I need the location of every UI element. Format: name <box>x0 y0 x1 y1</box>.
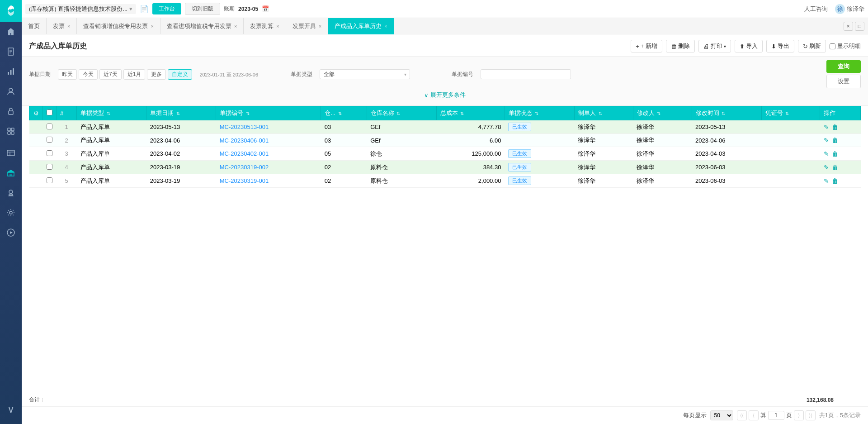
delete-row-button-1[interactable]: 🗑 <box>832 137 838 144</box>
sidebar-item-stamp[interactable] <box>0 183 22 203</box>
th-status[interactable]: 单据状态 ⇅ <box>505 106 574 120</box>
th-number[interactable]: 单据编号 ⇅ <box>216 106 321 120</box>
print-button[interactable]: 🖨 打印 ▾ <box>698 40 731 52</box>
help-button[interactable]: 人工咨询 <box>804 5 828 13</box>
company-selector[interactable]: (库存核算) 直播轻捷通信息技术股份... ▾ <box>25 4 136 14</box>
row-number-link-4[interactable]: MC-20230319-001 <box>220 177 269 184</box>
tab-calc-close[interactable]: × <box>276 24 279 29</box>
page-number-input[interactable] <box>768 411 784 420</box>
set-button[interactable]: 设置 <box>826 75 861 88</box>
td-checkbox-2[interactable] <box>43 147 57 161</box>
tab-check-sales[interactable]: 查看销项增值税专用发票 × <box>77 18 160 34</box>
sidebar-item-table[interactable] <box>0 143 22 163</box>
refresh-button[interactable]: ↻ 刷新 <box>798 40 826 52</box>
sidebar-item-chart[interactable] <box>0 62 22 81</box>
td-checkbox-3[interactable] <box>43 161 57 174</box>
th-modify-time[interactable]: 修改时间 ⇅ <box>692 106 761 120</box>
number-input[interactable] <box>481 69 571 79</box>
expand-more-btn[interactable]: ∨ 展开更多条件 <box>424 91 466 99</box>
page-last-button[interactable]: ⟩⟩ <box>806 410 816 420</box>
edit-button-2[interactable]: ✎ <box>824 150 829 157</box>
calendar-icon[interactable]: 📅 <box>262 5 269 12</box>
tab-history[interactable]: 产成品入库单历史 × <box>328 18 394 34</box>
tab-home[interactable]: 首页 <box>22 18 47 34</box>
th-settings[interactable]: ⚙ <box>29 106 43 120</box>
query-button[interactable]: 查询 <box>826 60 861 73</box>
sidebar-item-accounts[interactable] <box>0 81 22 101</box>
expand-tab-button[interactable]: □ <box>855 22 864 31</box>
sidebar-item-docs[interactable] <box>0 42 22 62</box>
date-btn-today[interactable]: 今天 <box>79 69 98 80</box>
td-checkbox-4[interactable] <box>43 174 57 188</box>
td-number-2[interactable]: MC-20230402-001 <box>216 147 321 161</box>
row-checkbox-2[interactable] <box>47 150 52 156</box>
row-number-link-1[interactable]: MC-20230406-001 <box>220 137 269 144</box>
row-checkbox-3[interactable] <box>47 164 52 170</box>
edit-button-4[interactable]: ✎ <box>824 177 829 185</box>
tab-check-purchase-close[interactable]: × <box>234 24 237 29</box>
date-btn-more[interactable]: 更多 <box>147 69 166 80</box>
edit-button-3[interactable]: ✎ <box>824 164 829 171</box>
show-detail-toggle[interactable]: 显示明细 <box>830 42 861 50</box>
td-checkbox-1[interactable] <box>43 134 57 147</box>
tab-open[interactable]: 发票开具 × <box>286 18 328 34</box>
page-next-button[interactable]: ⟩ <box>794 410 804 420</box>
th-creator[interactable]: 制单人 ⇅ <box>574 106 633 120</box>
date-btn-custom[interactable]: 自定义 <box>168 69 192 80</box>
tab-invoice[interactable]: 发票 × <box>47 18 77 34</box>
date-btn-1month[interactable]: 近1月 <box>123 69 146 80</box>
period-value[interactable]: 2023-05 <box>238 6 258 12</box>
doc-icon[interactable]: 📄 <box>140 5 149 13</box>
delete-row-button-2[interactable]: 🗑 <box>832 150 838 157</box>
tab-history-close[interactable]: × <box>384 24 387 29</box>
new-button[interactable]: + + 新增 <box>631 40 662 52</box>
edit-button-0[interactable]: ✎ <box>824 124 829 131</box>
td-number-0[interactable]: MC-20230513-001 <box>216 120 321 134</box>
sidebar-item-grid[interactable] <box>0 121 22 141</box>
close-all-button[interactable]: × <box>844 22 853 31</box>
show-detail-checkbox[interactable] <box>830 43 835 49</box>
td-checkbox-0[interactable] <box>43 120 57 134</box>
th-date[interactable]: 单据日期 ⇅ <box>146 106 216 120</box>
user-menu[interactable]: 徐 徐泽华 <box>835 4 864 14</box>
row-number-link-0[interactable]: MC-20230513-001 <box>220 124 269 130</box>
switch-version-button[interactable]: 切到旧版 <box>185 3 220 15</box>
sidebar-item-home[interactable] <box>0 22 22 42</box>
date-btn-yesterday[interactable]: 昨天 <box>58 69 77 80</box>
date-btn-7days[interactable]: 近7天 <box>99 69 122 80</box>
type-select[interactable]: 全部 产品入库单 <box>320 69 410 79</box>
delete-row-button-0[interactable]: 🗑 <box>832 124 838 131</box>
import-button[interactable]: ⬆ 导入 <box>735 40 763 52</box>
row-number-link-3[interactable]: MC-20230319-002 <box>220 164 269 171</box>
workbench-button[interactable]: 工作台 <box>152 3 181 14</box>
row-checkbox-1[interactable] <box>47 137 52 143</box>
sidebar-item-lock[interactable] <box>0 101 22 121</box>
td-number-3[interactable]: MC-20230319-002 <box>216 161 321 174</box>
page-first-button[interactable]: ⟨⟨ <box>737 410 747 420</box>
sidebar-item-tools[interactable] <box>0 203 22 223</box>
tab-check-sales-close[interactable]: × <box>151 24 153 29</box>
select-all-checkbox[interactable] <box>47 110 52 115</box>
th-modifier[interactable]: 修改人 ⇅ <box>633 106 692 120</box>
th-type[interactable]: 单据类型 ⇅ <box>77 106 146 120</box>
tab-invoice-close[interactable]: × <box>67 24 70 29</box>
sidebar-item-play[interactable] <box>0 223 22 243</box>
th-total-cost[interactable]: 总成本 ⇅ <box>436 106 505 120</box>
delete-row-button-4[interactable]: 🗑 <box>832 177 838 185</box>
th-voucher[interactable]: 凭证号 ⇅ <box>761 106 820 120</box>
delete-row-button-3[interactable]: 🗑 <box>832 164 838 171</box>
tab-calc[interactable]: 发票测算 × <box>244 18 286 34</box>
th-warehouse-code[interactable]: 仓... ⇅ <box>321 106 367 120</box>
th-checkbox[interactable] <box>43 106 57 120</box>
app-logo[interactable] <box>0 0 22 22</box>
export-button[interactable]: ⬇ 导出 <box>766 40 794 52</box>
row-checkbox-0[interactable] <box>47 124 52 129</box>
th-warehouse-name[interactable]: 仓库名称 ⇅ <box>367 106 436 120</box>
page-prev-button[interactable]: ⟨ <box>749 410 759 420</box>
sidebar-item-warehouse[interactable] <box>0 163 22 183</box>
row-number-link-2[interactable]: MC-20230402-001 <box>220 150 269 157</box>
delete-button[interactable]: 🗑 删除 <box>666 40 695 52</box>
td-number-1[interactable]: MC-20230406-001 <box>216 134 321 147</box>
row-checkbox-4[interactable] <box>47 177 52 183</box>
per-page-select[interactable]: 10 20 50 100 <box>710 410 733 420</box>
